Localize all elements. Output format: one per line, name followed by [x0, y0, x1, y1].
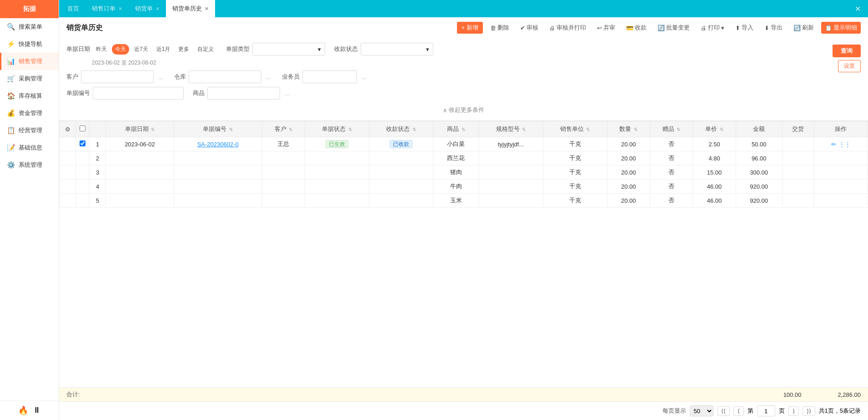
audit-print-button[interactable]: 🖨 审核并打印: [546, 22, 590, 34]
salesperson-input[interactable]: [302, 70, 357, 83]
new-button[interactable]: + 新增: [457, 22, 483, 34]
col-amount: 金额: [736, 121, 782, 137]
col-goods[interactable]: 商品 ⇅: [433, 121, 479, 137]
today-btn[interactable]: 今天: [112, 44, 129, 55]
fire-icon[interactable]: 🔥: [18, 405, 28, 415]
customer-input[interactable]: [81, 70, 154, 83]
col-sales-unit[interactable]: 销售单位 ⇅: [543, 121, 607, 137]
sort-sales-unit[interactable]: ⇅: [586, 127, 590, 132]
warehouse-ellipsis-btn[interactable]: ...: [264, 74, 273, 80]
col-customer[interactable]: 客户 ⇅: [262, 121, 305, 137]
sort-customer[interactable]: ⇅: [289, 127, 292, 132]
sort-gift[interactable]: ⇅: [677, 127, 680, 132]
row-check[interactable]: [76, 137, 90, 151]
sidebar-item-search-menu[interactable]: 🔍 搜索菜单: [0, 18, 59, 35]
query-button[interactable]: 查询: [833, 45, 861, 57]
page-number-input[interactable]: [757, 405, 775, 416]
sidebar-item-inventory[interactable]: 🏠 库存核算: [0, 87, 59, 105]
total-info: 共1页，5条记录: [819, 407, 861, 415]
payment-status-select[interactable]: ▾: [361, 43, 433, 55]
sort-doc-no[interactable]: ⇅: [229, 127, 233, 132]
col-payment-status[interactable]: 收款状态 ⇅: [369, 121, 433, 137]
audit-button[interactable]: ✔ 审核: [517, 22, 542, 34]
row-check[interactable]: [76, 151, 90, 165]
custom-btn[interactable]: 自定义: [194, 44, 217, 55]
sidebar-item-basic-info[interactable]: 📝 基础信息: [0, 139, 59, 156]
row-check[interactable]: [76, 165, 90, 180]
tab-sales-history[interactable]: 销货单历史 ✕: [166, 0, 215, 17]
set-button[interactable]: 设置: [838, 60, 861, 72]
row-doc-no[interactable]: [174, 180, 262, 194]
close-sales-invoice-tab[interactable]: ✕: [156, 6, 160, 12]
row-doc-no[interactable]: SA-20230602-0: [174, 137, 262, 151]
col-spec[interactable]: 规格型号 ⇅: [479, 121, 543, 137]
last-page-button[interactable]: ⟩⟩: [803, 406, 815, 416]
sort-payment-status[interactable]: ⇅: [412, 127, 416, 132]
sidebar-item-sales-mgmt[interactable]: 📊 销售管理: [0, 53, 59, 70]
goods-input[interactable]: [207, 87, 280, 100]
sort-doc-status[interactable]: ⇅: [348, 127, 352, 132]
doc-type-select[interactable]: ▾: [252, 43, 325, 55]
sidebar-item-quick-nav[interactable]: ⚡ 快捷导航: [0, 35, 59, 53]
tab-sales-order[interactable]: 销售订单 ✕: [85, 0, 129, 17]
select-all-checkbox[interactable]: [80, 125, 85, 131]
col-doc-no[interactable]: 单据编号 ⇅: [174, 121, 262, 137]
show-detail-button[interactable]: 📋 显示明细: [821, 22, 861, 34]
collapse-filter-button[interactable]: ∧ 收起更多条件: [439, 105, 488, 115]
col-doc-date[interactable]: 单据日期 ⇅: [106, 121, 174, 137]
sort-goods[interactable]: ⇅: [462, 127, 465, 132]
prev-page-button[interactable]: ⟨: [733, 406, 744, 416]
sort-doc-date[interactable]: ⇅: [151, 127, 155, 132]
sort-unit-price[interactable]: ⇅: [720, 127, 723, 132]
sort-spec[interactable]: ⇅: [522, 127, 526, 132]
yesterday-btn[interactable]: 昨天: [93, 44, 110, 55]
row-doc-no[interactable]: [174, 151, 262, 165]
total-amount: 2,286.00: [838, 391, 861, 398]
close-sales-history-tab[interactable]: ✕: [205, 6, 209, 12]
col-actions: 操作: [814, 121, 868, 137]
month-btn[interactable]: 近1月: [153, 44, 174, 55]
salesperson-ellipsis-btn[interactable]: ...: [360, 74, 368, 80]
goods-ellipsis-btn[interactable]: ...: [283, 90, 291, 97]
sidebar-item-purchase-mgmt[interactable]: 🛒 采购管理: [0, 70, 59, 87]
tab-sales-invoice[interactable]: 销货单 ✕: [129, 0, 166, 17]
row-doc-no[interactable]: [174, 165, 262, 180]
more-btn[interactable]: 更多: [175, 44, 192, 55]
delete-button[interactable]: 🗑 删除: [487, 22, 513, 34]
warehouse-input[interactable]: [189, 70, 261, 83]
col-settings[interactable]: ⚙: [60, 121, 76, 137]
abandon-button[interactable]: ↩ 弃审: [593, 22, 619, 34]
sidebar-item-operations[interactable]: 📋 经营管理: [0, 122, 59, 139]
next-page-button[interactable]: ⟩: [788, 406, 799, 416]
export-button[interactable]: ⬇ 导出: [761, 22, 786, 34]
batch-change-button[interactable]: 🔄 批量变更: [654, 22, 693, 34]
col-doc-status[interactable]: 单据状态 ⇅: [305, 121, 369, 137]
tab-home[interactable]: 首页: [61, 0, 85, 17]
print-button[interactable]: 🖨 打印 ▾: [697, 22, 728, 34]
doc-no-input[interactable]: [93, 87, 184, 100]
close-all-tabs-button[interactable]: ✕: [849, 5, 866, 13]
edit-icon[interactable]: ✏: [831, 141, 836, 148]
col-qty[interactable]: 数量 ⇅: [607, 121, 650, 137]
row-check[interactable]: [76, 180, 90, 194]
col-unit-price[interactable]: 单价 ⇅: [693, 121, 736, 137]
sort-qty[interactable]: ⇅: [634, 127, 637, 132]
refresh-button[interactable]: 🔃 刷新: [790, 22, 818, 34]
refresh-icon: 🔃: [793, 25, 801, 31]
sidebar-item-finance[interactable]: 💰 资金管理: [0, 105, 59, 122]
sidebar-item-sys-mgmt[interactable]: ⚙️ 系统管理: [0, 156, 59, 174]
row-payment-status: [369, 151, 433, 165]
col-gift[interactable]: 赠品 ⇅: [650, 121, 692, 137]
more-actions-icon[interactable]: ⋮⋮: [839, 141, 851, 148]
week-btn[interactable]: 近7天: [131, 44, 151, 55]
first-page-button[interactable]: ⟨⟨: [717, 406, 730, 416]
page-title: 销货单历史: [66, 23, 103, 33]
row-check[interactable]: [76, 194, 90, 208]
row-doc-no[interactable]: [174, 194, 262, 208]
customer-ellipsis-btn[interactable]: ...: [156, 74, 165, 80]
collect-button[interactable]: 💳 收款: [622, 22, 650, 34]
per-page-select[interactable]: 50 100 200: [690, 405, 713, 416]
import-button[interactable]: ⬆ 导入: [732, 22, 757, 34]
close-sales-order-tab[interactable]: ✕: [118, 6, 122, 12]
pause-icon[interactable]: ⏸: [33, 405, 41, 415]
